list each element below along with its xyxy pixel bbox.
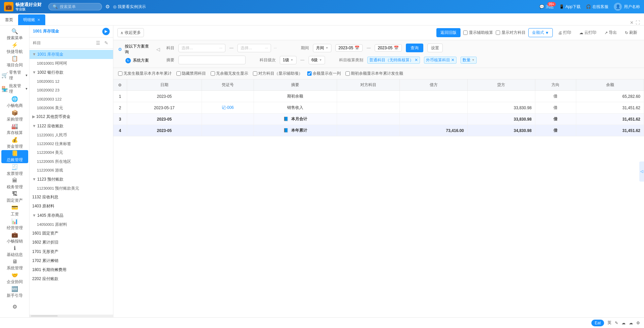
panel-collapse-icon[interactable]: ◁ — [155, 46, 162, 53]
tree-scrollbar[interactable] — [30, 315, 113, 317]
bottom-edit-btn[interactable]: ✎ — [615, 321, 618, 325]
tree-node-11220001[interactable]: 11220001 人民币 — [30, 131, 113, 139]
chk-balance-one-col[interactable]: 余额显示在一列 — [307, 71, 341, 76]
tree-node-1002[interactable]: ▼1002 银行存款 — [30, 68, 113, 77]
tree-node-11220002[interactable]: 11220002 往来标签 — [30, 139, 113, 148]
chk-opposite-input[interactable] — [253, 71, 257, 76]
tree-node-1602[interactable]: 1602 累计折旧 — [30, 238, 113, 247]
back-old-btn[interactable]: 返回旧版 — [436, 28, 461, 37]
tree-node-1012[interactable]: ▶1012 其他货币资金 — [30, 112, 113, 121]
sidebar-item-inventory[interactable]: 🏭 库存核算 — [1, 123, 28, 136]
show-aux-checkbox[interactable] — [463, 30, 468, 35]
search-input[interactable] — [60, 4, 97, 9]
tree-node-11220004[interactable]: 11220004 美元 — [30, 148, 113, 157]
sidebar-item-cooperation[interactable]: 🤝 企业协同 — [1, 272, 28, 285]
account-nav-btn[interactable]: ▶ — [102, 28, 110, 35]
chk-hide-unused-input[interactable] — [176, 71, 181, 76]
window-expand-icon[interactable]: ⛶ — [636, 20, 640, 25]
sidebar-item-tax[interactable]: 🏛 税务管理 — [1, 177, 28, 190]
tree-node-1403[interactable]: 1403 原材料 — [30, 202, 113, 211]
print-btn[interactable]: 🖨 打印 — [555, 28, 574, 37]
query-btn[interactable]: 查询 — [406, 44, 423, 52]
messages-btn[interactable]: 💬 消息 99+ — [539, 4, 554, 10]
period-to-input[interactable]: 2023-05 📅 — [375, 44, 402, 52]
chk-no-occur-input[interactable] — [118, 71, 122, 76]
system-scheme-label[interactable]: 系统方案 — [133, 58, 149, 63]
sidebar-item-guide[interactable]: 🆕 新手引导 — [1, 286, 28, 299]
bottom-cloud1-btn[interactable]: ☁ — [622, 321, 626, 325]
sidebar-item-wholesale[interactable]: 🏪 批发管理 ▼ — [1, 82, 28, 95]
cloud-print-btn[interactable]: ☁ 云打印 — [577, 28, 599, 37]
search-box[interactable]: 🔍 — [48, 3, 102, 10]
eat-btn[interactable]: Eat — [591, 320, 604, 326]
online-service-btn[interactable]: 🎧 在线客服 — [586, 4, 608, 10]
tree-node-1701[interactable]: 1701 无形资产 — [30, 247, 113, 256]
tree-node-14050001[interactable]: 14050001 原材料 — [30, 220, 113, 229]
right-collapse-btn[interactable]: ◁ — [639, 161, 644, 182]
level-from-select[interactable]: 1级 ▼ — [280, 56, 297, 64]
subject-input-1[interactable]: 选择... ··· — [178, 44, 225, 52]
sidebar-item-basic[interactable]: ℹ 基础信息 — [1, 245, 28, 258]
gear-icon[interactable]: ⚙ — [105, 4, 110, 10]
summary-input[interactable] — [178, 56, 246, 64]
period-type-select[interactable]: 月间 ▼ — [313, 44, 331, 52]
bottom-settings-btn[interactable]: ⚙ — [636, 321, 640, 325]
tree-node-10010001[interactable]: 10010001 呵呵呵 — [30, 59, 113, 68]
tree-node-1601[interactable]: 1601 固定资产 — [30, 229, 113, 238]
sidebar-item-settings[interactable]: ⚙ — [1, 299, 28, 314]
tree-node-1801[interactable]: 1801 长期待摊费用 — [30, 265, 113, 274]
user-info[interactable]: 👤 用户名称 — [614, 3, 640, 11]
chk-hide-unused[interactable]: 隐藏禁用科目 — [176, 71, 206, 76]
chk-period-begin[interactable]: 期初余额显示本年累计发生额 — [345, 71, 403, 76]
th-settings[interactable]: ⚙ — [113, 79, 127, 91]
tree-node-11220005[interactable]: 11220005 所在地区 — [30, 157, 113, 166]
voucher-link[interactable]: 记-006 — [222, 105, 234, 110]
window-close-icon[interactable]: ✕ — [630, 20, 634, 25]
level-to-select[interactable]: 6级 ▼ — [309, 56, 325, 64]
sidebar-item-quicknav[interactable]: ⚡ 快捷导航 — [1, 42, 28, 54]
tree-node-11220006[interactable]: 11220006 游戏 — [30, 166, 113, 175]
sidebar-item-operations[interactable]: 📊 经营管理 — [1, 218, 28, 231]
sidebar-item-payroll[interactable]: 💳 工资 — [1, 204, 28, 217]
tree-node-10020001[interactable]: 10020001 12 — [30, 77, 113, 86]
sidebar-item-fixed-assets[interactable]: 🏗 固定资产 — [1, 191, 28, 203]
tab-close-icon[interactable]: ✕ — [37, 18, 40, 22]
sidebar-item-ecommerce[interactable]: 🌐 小畅电商 — [1, 96, 28, 109]
tree-node-1123[interactable]: ▼1123 预付账款 — [30, 175, 113, 184]
sidebar-item-retail[interactable]: 🛒 零售管理 ▼ — [1, 69, 28, 81]
tag-normal-close[interactable]: ✕ — [415, 58, 418, 62]
refresh-btn[interactable]: ↻ 刷新 — [622, 28, 640, 37]
tab-home[interactable]: 首页 — [0, 14, 18, 25]
app-download-btn[interactable]: 📱 App下载 — [559, 4, 581, 10]
scheme-toggle-btn[interactable]: ∧ 收起更多 — [117, 28, 144, 37]
tree-node-2202[interactable]: 2202 应付账款 — [30, 274, 113, 283]
show-opposite-checkbox[interactable] — [496, 30, 500, 35]
export-btn[interactable]: ↗ 导出 — [602, 28, 620, 37]
tree-node-1405[interactable]: ▼1405 库存商品 — [30, 211, 113, 220]
chk-period-begin-input[interactable] — [345, 71, 350, 76]
tag-foreign-close[interactable]: ✕ — [451, 58, 454, 62]
sidebar-item-project[interactable]: 📋 项目合同 — [1, 55, 28, 68]
subject-input-2[interactable]: 选择... ··· — [237, 44, 271, 52]
tree-node-11230001[interactable]: 11230001 预付账款美元 — [30, 184, 113, 193]
tree-node-1702[interactable]: 1702 累计摊销 — [30, 256, 113, 265]
chk-balance-one-col-input[interactable] — [307, 71, 312, 76]
chk-no-occur[interactable]: 无发生额显示本月本年累计 — [118, 71, 172, 76]
sidebar-item-purchase[interactable]: 📦 采购管理 — [1, 110, 28, 122]
chk-no-balance[interactable]: 无余额无发生显示 — [211, 71, 248, 76]
sidebar-item-search[interactable]: 🔍 搜索菜单 — [1, 28, 28, 41]
bottom-cloud2-btn[interactable]: ☁ — [629, 321, 633, 325]
tree-node-1132[interactable]: 1132 应收利息 — [30, 193, 113, 202]
period-from-input[interactable]: 2023-05 📅 — [335, 44, 363, 52]
tab-detail[interactable]: 明细账 ✕ — [18, 14, 45, 25]
tree-node-1001[interactable]: ▼1001 库存现金 — [30, 50, 113, 59]
scheme-settings-icon[interactable]: ⚙ — [118, 47, 122, 52]
sidebar-item-ledger[interactable]: 📒 总账管理 — [1, 150, 28, 163]
demo-link[interactable]: ◎ 我要看实例演示 — [113, 4, 146, 10]
show-aux-check[interactable]: 显示辅助核算 — [463, 30, 493, 36]
tree-node-10020003[interactable]: 10020003 122 — [30, 95, 113, 104]
list-icon[interactable]: ☰ — [95, 40, 102, 46]
sidebar-item-system[interactable]: 🖥 系统管理 — [1, 259, 28, 271]
tree-node-10020006[interactable]: 10020006 美元 — [30, 104, 113, 112]
tree-node-10020002[interactable]: 10020002 23 — [30, 86, 113, 94]
